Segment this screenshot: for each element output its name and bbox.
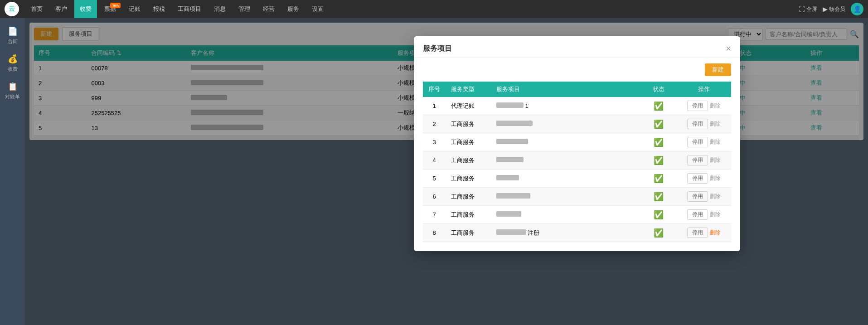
disable-button[interactable]: 停用 — [687, 101, 708, 111]
nav-settings[interactable]: 设置 — [306, 0, 329, 18]
modal-table-row: 8 工商服务 注册 ✅ 停用 删除 — [423, 224, 731, 242]
disable-button[interactable]: 停用 — [687, 137, 708, 147]
disable-button[interactable]: 停用 — [687, 209, 708, 220]
layout: 📄 合同 💰 收费 📋 对账单 新建 服务项目 进行中 已完成 已终止 — [0, 18, 868, 325]
modal-header: 服务项目 × — [414, 36, 740, 58]
modal-table-row: 7 工商服务 ✅ 停用 删除 — [423, 206, 731, 224]
nav-tax[interactable]: 报税 — [148, 0, 170, 18]
modal-table-row: 2 工商服务 ✅ 停用 删除 — [423, 115, 731, 133]
delete-button[interactable]: 删除 — [710, 102, 721, 110]
top-nav: 云 首页 客户 收费 票据 new 记账 报税 工商项目 消息 管理 经营 服务… — [0, 0, 868, 18]
modal-title: 服务项目 — [423, 44, 452, 53]
nav-customer[interactable]: 客户 — [50, 0, 73, 18]
disable-button[interactable]: 停用 — [687, 173, 708, 184]
modal-col-item: 服务项目 — [491, 82, 640, 97]
sidebar-item-fee[interactable]: 💰 收费 — [0, 50, 25, 76]
nav-right: ⛶ 全屏 ▶ 畅会员 👤 — [799, 3, 863, 15]
disable-button[interactable]: 停用 — [687, 191, 708, 202]
nav-invoice[interactable]: 票据 new — [99, 0, 121, 18]
status-check-icon: ✅ — [654, 210, 664, 219]
sidebar-item-fee-label: 收费 — [8, 66, 18, 73]
nav-service[interactable]: 服务 — [282, 0, 305, 18]
nav-invoice-badge: new — [110, 3, 121, 8]
delete-button[interactable]: 删除 — [710, 175, 721, 182]
fullscreen-btn[interactable]: ⛶ 全屏 — [799, 5, 817, 13]
status-check-icon: ✅ — [654, 102, 664, 111]
modal-table-row: 1 代理记账 1 ✅ 停用 删除 — [423, 97, 731, 115]
delete-button[interactable]: 删除 — [710, 120, 721, 128]
modal-table-row: 4 工商服务 ✅ 停用 删除 — [423, 151, 731, 170]
delete-button[interactable]: 删除 — [710, 211, 721, 218]
sidebar-item-contract[interactable]: 📄 合同 — [0, 23, 25, 49]
disable-button[interactable]: 停用 — [687, 155, 708, 165]
nav-business[interactable]: 工商项目 — [172, 0, 207, 18]
avatar[interactable]: 👤 — [851, 3, 863, 15]
contract-icon: 📄 — [8, 26, 18, 36]
modal-new-button[interactable]: 新建 — [705, 63, 731, 76]
delete-button[interactable]: 删除 — [710, 156, 721, 164]
status-check-icon: ✅ — [654, 138, 664, 147]
fee-icon: 💰 — [8, 54, 18, 64]
status-check-icon: ✅ — [654, 120, 664, 129]
disable-button[interactable]: 停用 — [687, 119, 708, 129]
status-check-icon: ✅ — [654, 228, 664, 238]
modal-col-status: 状态 — [640, 82, 677, 97]
modal-table-row: 6 工商服务 ✅ 停用 删除 — [423, 188, 731, 206]
modal-body: 序号 服务类型 服务项目 状态 操作 1 代理记账 1 ✅ — [414, 82, 740, 251]
modal-toolbar: 新建 — [414, 58, 740, 82]
status-check-icon: ✅ — [654, 192, 664, 201]
main-content: 新建 服务项目 进行中 已完成 已终止 🔍 序号 合同编码 ⇅ — [25, 18, 868, 325]
delete-button[interactable]: 删除 — [710, 229, 721, 237]
service-modal: 服务项目 × 新建 序号 服务类型 服务项目 状态 操作 — [414, 36, 740, 251]
nav-operation[interactable]: 经营 — [257, 0, 280, 18]
modal-table-row: 5 工商服务 ✅ 停用 删除 — [423, 170, 731, 188]
nav-fee[interactable]: 收费 — [74, 0, 97, 18]
sidebar-item-reconciliation-label: 对账单 — [5, 93, 20, 100]
modal-table-row: 3 工商服务 ✅ 停用 删除 — [423, 133, 731, 151]
delete-button[interactable]: 删除 — [710, 138, 721, 146]
sidebar-item-contract-label: 合同 — [8, 38, 18, 45]
reconciliation-icon: 📋 — [8, 82, 18, 92]
modal-col-action: 操作 — [677, 82, 731, 97]
sidebar-item-reconciliation[interactable]: 📋 对账单 — [0, 78, 25, 104]
status-check-icon: ✅ — [654, 156, 664, 165]
logo: 云 — [5, 2, 19, 16]
modal-col-type: 服务类型 — [446, 82, 491, 97]
nav-manage[interactable]: 管理 — [233, 0, 256, 18]
service-table: 序号 服务类型 服务项目 状态 操作 1 代理记账 1 ✅ — [423, 82, 731, 242]
delete-button[interactable]: 删除 — [710, 193, 721, 200]
status-check-icon: ✅ — [654, 174, 664, 183]
nav-message[interactable]: 消息 — [209, 0, 231, 18]
nav-home[interactable]: 首页 — [25, 0, 48, 18]
modal-close-button[interactable]: × — [726, 44, 731, 54]
modal-col-seq: 序号 — [423, 82, 446, 97]
sidebar: 📄 合同 💰 收费 📋 对账单 — [0, 18, 25, 325]
disable-button[interactable]: 停用 — [687, 228, 708, 238]
member-btn[interactable]: ▶ 畅会员 — [823, 5, 845, 13]
nav-bookkeeping[interactable]: 记账 — [123, 0, 146, 18]
